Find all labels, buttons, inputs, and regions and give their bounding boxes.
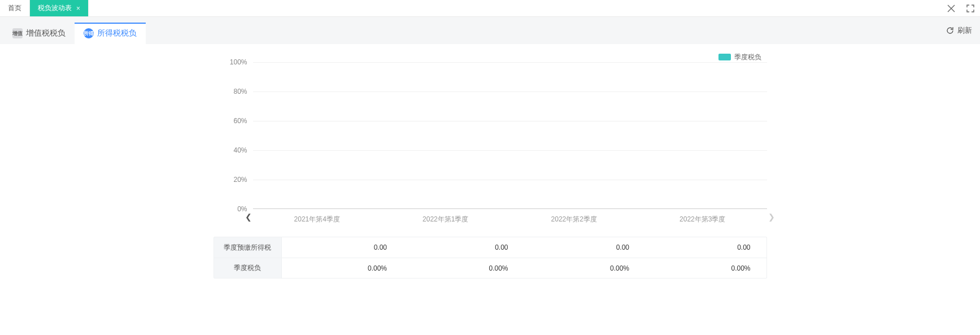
plot-area <box>253 62 767 209</box>
table-cell: 0.00% <box>524 258 646 278</box>
chart-prev-icon[interactable]: ❮ <box>243 212 254 221</box>
table-cell: 0.00 <box>524 237 646 258</box>
sub-toolbar: 增值 增值税税负 所得 所得税税负 刷新 <box>0 17 980 44</box>
table-row-label: 季度税负 <box>214 258 282 278</box>
refresh-label: 刷新 <box>957 25 972 36</box>
top-tab-tax-volatility-label: 税负波动表 <box>38 3 72 13</box>
table-cell: 0.00 <box>645 237 766 258</box>
chart-card: 季度税负 100% 80% 60% 40% 20% 0% ❮ <box>214 52 767 279</box>
data-table: 季度预缴所得税 0.00 0.00 0.00 0.00 季度税负 0.00% 0… <box>214 237 767 279</box>
y-tick: 60% <box>233 117 247 125</box>
table-cell: 0.00 <box>282 237 403 258</box>
table-cell: 0.00% <box>282 258 403 278</box>
close-icon[interactable] <box>945 2 957 15</box>
refresh-icon <box>946 27 954 34</box>
legend-label: 季度税负 <box>734 53 761 62</box>
table-cell: 0.00 <box>403 237 524 258</box>
income-tax-icon: 所得 <box>84 28 94 38</box>
chart-legend: 季度税负 <box>214 52 767 62</box>
x-axis-labels: ❮ 2021年第4季度 2022年第1季度 2022年第2季度 2022年第3季… <box>253 209 767 224</box>
table-cell: 0.00% <box>645 258 766 278</box>
x-tick: 2022年第2季度 <box>510 209 639 224</box>
y-tick: 40% <box>233 146 247 154</box>
top-tab-bar: 首页 税负波动表 × <box>0 0 980 17</box>
top-tab-tax-volatility[interactable]: 税负波动表 × <box>30 0 89 16</box>
table-row: 季度税负 0.00% 0.00% 0.00% 0.00% <box>214 258 766 278</box>
table-row: 季度预缴所得税 0.00 0.00 0.00 0.00 <box>214 237 766 258</box>
subtab-income-tax[interactable]: 所得 所得税税负 <box>75 23 146 44</box>
x-tick: 2021年第4季度 <box>253 209 382 224</box>
y-tick: 80% <box>233 88 247 95</box>
subtab-vat-label: 增值税税负 <box>26 28 66 38</box>
refresh-button[interactable]: 刷新 <box>946 17 972 44</box>
top-tab-home-label: 首页 <box>8 3 21 13</box>
chart-plot: 100% 80% 60% 40% 20% 0% <box>214 62 767 209</box>
subtab-vat[interactable]: 增值 增值税税负 <box>3 23 75 44</box>
x-tick: 2022年第1季度 <box>381 209 510 224</box>
x-tick: 2022年第3季度 <box>638 209 767 224</box>
table-row-label: 季度预缴所得税 <box>214 237 282 258</box>
top-tab-home[interactable]: 首页 <box>0 0 30 16</box>
y-tick: 100% <box>230 58 247 66</box>
chart-next-icon[interactable]: ❯ <box>766 212 777 221</box>
fullscreen-icon[interactable] <box>964 2 977 15</box>
y-tick: 0% <box>237 205 247 213</box>
table-cell: 0.00% <box>403 258 524 278</box>
vat-icon: 增值 <box>12 28 23 38</box>
y-axis: 100% 80% 60% 40% 20% 0% <box>214 62 253 209</box>
legend-swatch <box>718 54 731 60</box>
y-tick: 20% <box>233 176 247 184</box>
subtab-income-tax-label: 所得税税负 <box>97 28 137 38</box>
close-tab-icon[interactable]: × <box>76 5 80 12</box>
